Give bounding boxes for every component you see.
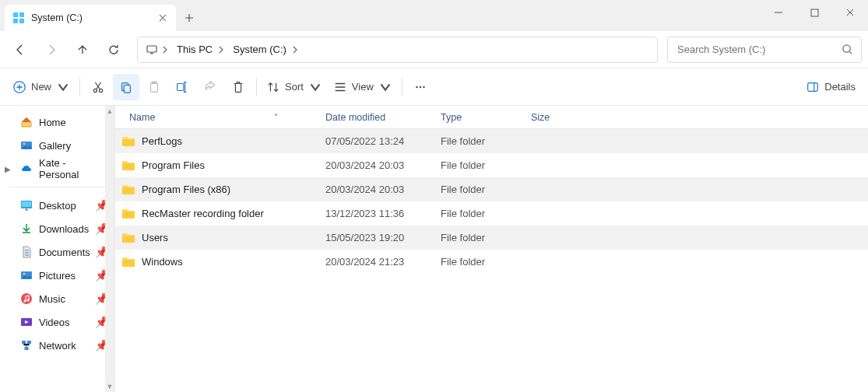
column-header-date[interactable]: Date modified xyxy=(318,106,433,128)
chevron-right-icon[interactable] xyxy=(291,46,302,54)
file-name: Program Files xyxy=(142,159,205,171)
cell-type: File folder xyxy=(433,201,523,226)
clipboard-icon xyxy=(147,80,161,94)
breadcrumb-this-pc[interactable]: This PC xyxy=(172,44,217,55)
divider xyxy=(9,187,105,187)
view-button[interactable]: View xyxy=(329,74,397,100)
window-controls xyxy=(761,0,868,31)
svg-point-8 xyxy=(93,89,97,92)
svg-rect-5 xyxy=(147,46,156,52)
document-icon xyxy=(20,246,33,258)
table-row[interactable]: Users15/05/2023 19:20File folder xyxy=(115,226,868,250)
chevron-right-icon[interactable] xyxy=(161,46,172,54)
sidebar-label: Desktop xyxy=(39,200,76,212)
folder-icon xyxy=(121,232,135,244)
sidebar-label: Pictures xyxy=(39,270,76,282)
network-icon xyxy=(20,339,33,352)
cell-size xyxy=(523,201,584,226)
copy-button[interactable] xyxy=(113,74,139,100)
details-pane-button[interactable]: Details xyxy=(801,74,860,100)
svg-rect-12 xyxy=(151,82,158,92)
search-box[interactable] xyxy=(667,37,862,63)
monitor-icon xyxy=(146,44,158,56)
table-row[interactable]: RecMaster recording folder13/12/2023 11:… xyxy=(115,201,868,226)
svg-rect-18 xyxy=(808,82,818,91)
cell-date: 13/12/2023 11:36 xyxy=(318,201,433,226)
sidebar-label: Documents xyxy=(39,247,90,258)
search-input[interactable] xyxy=(676,43,842,56)
address-bar[interactable]: This PC System (C:) xyxy=(137,37,658,63)
sidebar-label: Music xyxy=(39,293,65,305)
file-list-area: Name˄ Date modified Type Size PerfLogs07… xyxy=(115,106,868,392)
sidebar-item-downloads[interactable]: Downloads 📌 xyxy=(0,217,114,240)
file-name: Program Files (x86) xyxy=(142,184,230,195)
cell-name: Users xyxy=(115,226,318,250)
new-button[interactable]: New xyxy=(8,74,75,100)
column-header-type[interactable]: Type xyxy=(433,106,523,128)
svg-rect-22 xyxy=(22,201,31,207)
column-header-name[interactable]: Name˄ xyxy=(115,106,318,128)
table-row[interactable]: PerfLogs07/05/2022 13:24File folder xyxy=(115,129,868,153)
cell-name: Windows xyxy=(115,250,318,274)
sort-button[interactable]: Sort xyxy=(262,74,327,100)
table-row[interactable]: Windows20/03/2024 21:23File folder xyxy=(115,250,868,274)
cell-date: 20/03/2024 21:23 xyxy=(318,250,433,274)
cell-type: File folder xyxy=(433,226,523,250)
gallery-icon xyxy=(20,139,33,152)
cloud-icon xyxy=(20,163,33,175)
cell-size xyxy=(523,177,584,201)
sidebar-label: Home xyxy=(39,117,66,128)
cell-type: File folder xyxy=(433,177,523,201)
sidebar-label: Network xyxy=(39,340,76,352)
close-tab-icon[interactable] xyxy=(157,12,168,23)
sidebar-item-desktop[interactable]: Desktop 📌 xyxy=(0,194,114,217)
file-name: Windows xyxy=(142,256,183,268)
sidebar-item-home[interactable]: Home xyxy=(0,110,114,134)
column-header-size[interactable]: Size xyxy=(523,106,584,128)
window-tab[interactable]: System (C:) xyxy=(5,5,176,31)
svg-rect-11 xyxy=(124,85,130,93)
sidebar-item-music[interactable]: Music 📌 xyxy=(0,287,114,310)
up-button[interactable] xyxy=(69,36,97,64)
file-name: PerfLogs xyxy=(142,135,182,147)
sidebar-item-network[interactable]: Network 📌 xyxy=(0,334,114,357)
sidebar-item-videos[interactable]: Videos 📌 xyxy=(0,310,114,334)
chevron-right-icon[interactable] xyxy=(217,46,228,54)
more-button[interactable] xyxy=(407,74,434,100)
sidebar-item-gallery[interactable]: Gallery xyxy=(0,134,114,157)
table-row[interactable]: Program Files (x86)20/03/2024 20:03File … xyxy=(115,177,868,201)
chevron-right-icon[interactable]: ▶ xyxy=(5,165,11,173)
new-tab-button[interactable] xyxy=(176,5,202,31)
paste-button[interactable] xyxy=(141,74,167,100)
breadcrumb-system-c[interactable]: System (C:) xyxy=(228,44,291,55)
folder-icon xyxy=(121,135,135,148)
cut-button[interactable] xyxy=(85,74,111,100)
minimize-button[interactable] xyxy=(761,0,796,25)
sidebar-scrollbar[interactable]: ▲▼ xyxy=(105,106,114,392)
cell-name: Program Files xyxy=(115,153,318,177)
sidebar-item-onedrive[interactable]: ▶ Kate - Personal xyxy=(0,157,114,180)
cell-size xyxy=(523,129,584,153)
close-window-button[interactable] xyxy=(832,0,868,25)
back-button[interactable] xyxy=(6,36,34,64)
sidebar-label: Gallery xyxy=(39,140,71,152)
folder-icon xyxy=(121,256,135,268)
command-bar: New Sort View Details xyxy=(0,68,868,106)
cell-type: File folder xyxy=(433,153,523,177)
forward-button[interactable] xyxy=(37,36,65,64)
delete-button[interactable] xyxy=(225,74,251,100)
cell-size xyxy=(523,250,584,274)
tab-title: System (C:) xyxy=(31,12,151,23)
sidebar-item-documents[interactable]: Documents 📌 xyxy=(0,240,114,264)
maximize-button[interactable] xyxy=(796,0,832,25)
rename-button[interactable] xyxy=(169,74,195,100)
sidebar-item-pictures[interactable]: Pictures 📌 xyxy=(0,264,114,287)
refresh-button[interactable] xyxy=(100,36,128,64)
share-button[interactable] xyxy=(197,74,223,100)
file-name: RecMaster recording folder xyxy=(142,208,264,219)
svg-point-17 xyxy=(423,86,424,87)
new-label: New xyxy=(31,81,51,93)
table-row[interactable]: Program Files20/03/2024 20:03File folder xyxy=(115,153,868,177)
svg-rect-1 xyxy=(19,12,24,17)
svg-point-9 xyxy=(100,89,103,92)
